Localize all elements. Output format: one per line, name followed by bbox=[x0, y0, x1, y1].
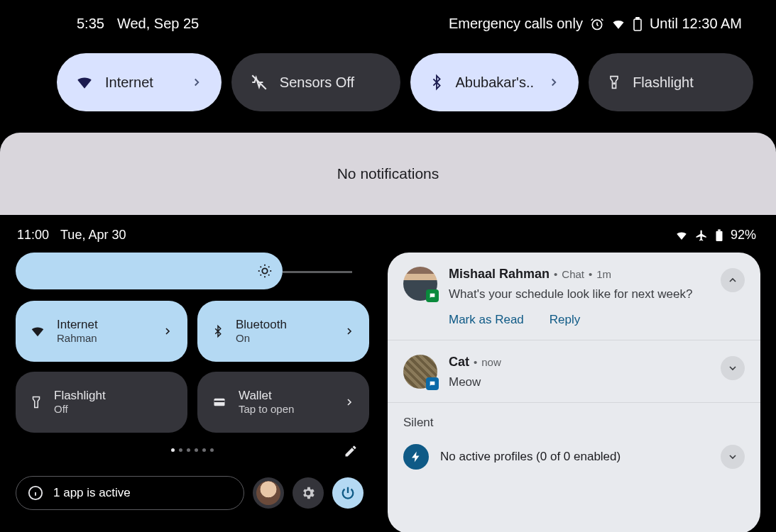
tile-flashlight[interactable]: Flashlight Off bbox=[16, 372, 187, 433]
pager-dot[interactable] bbox=[179, 448, 182, 452]
status-bar-top: 5:35 Wed, Sep 25 Emergency calls only Un… bbox=[0, 0, 776, 32]
alarm-icon bbox=[590, 17, 604, 31]
notification-time: now bbox=[481, 356, 501, 368]
profiles-row[interactable]: No active profiles (0 of 0 enabled) bbox=[388, 436, 760, 478]
chevron-right-icon bbox=[344, 397, 355, 408]
notification-sender: Cat bbox=[449, 355, 469, 370]
flashlight-icon bbox=[30, 394, 43, 410]
svg-point-6 bbox=[262, 268, 267, 273]
qs-tile-label: Sensors Off bbox=[280, 74, 354, 91]
pager-dot[interactable] bbox=[195, 448, 198, 452]
wallet-icon bbox=[212, 396, 227, 409]
pager-dot[interactable] bbox=[202, 448, 206, 452]
chevron-down-icon bbox=[727, 451, 738, 462]
chevron-right-icon bbox=[344, 326, 355, 337]
edit-icon[interactable] bbox=[344, 444, 358, 458]
brightness-icon bbox=[257, 263, 273, 279]
notification-item[interactable]: Cat • now Meow bbox=[388, 340, 760, 403]
user-avatar-button[interactable] bbox=[253, 477, 284, 509]
svg-rect-2 bbox=[636, 17, 639, 19]
info-icon bbox=[28, 485, 43, 501]
brightness-track[interactable] bbox=[283, 271, 352, 273]
tile-subtitle: On bbox=[236, 332, 287, 345]
action-reply[interactable]: Reply bbox=[550, 313, 580, 327]
battery-percent: 92% bbox=[731, 228, 756, 243]
bluetooth-icon bbox=[212, 323, 224, 339]
flashlight-icon bbox=[607, 73, 621, 92]
tile-title: Flashlight bbox=[54, 389, 106, 403]
expand-button[interactable] bbox=[721, 445, 745, 469]
active-apps-label: 1 app is active bbox=[53, 486, 131, 500]
chevron-right-icon bbox=[162, 326, 173, 337]
gear-icon bbox=[300, 485, 316, 501]
battery-outline-icon bbox=[633, 17, 643, 31]
settings-button[interactable] bbox=[293, 477, 324, 509]
clock: 11:00 bbox=[17, 228, 49, 243]
avatar bbox=[403, 355, 437, 389]
tile-title: Internet bbox=[57, 318, 98, 332]
active-apps-chip[interactable]: 1 app is active bbox=[16, 476, 244, 510]
chevron-up-icon bbox=[727, 275, 738, 286]
pager-dot[interactable] bbox=[171, 448, 175, 452]
notification-panel: Mishaal Rahman • Chat • 1m What's your s… bbox=[388, 253, 760, 532]
pager-dot[interactable] bbox=[210, 448, 214, 452]
qs-tile-label: Internet bbox=[105, 74, 153, 91]
svg-point-3 bbox=[613, 83, 615, 84]
battery-icon bbox=[715, 229, 723, 242]
until-text: Until 12:30 AM bbox=[650, 16, 742, 32]
wifi-icon bbox=[30, 323, 45, 339]
avatar-icon bbox=[256, 481, 280, 505]
svg-rect-4 bbox=[716, 231, 722, 240]
svg-rect-5 bbox=[718, 229, 721, 231]
notification-message: Meow bbox=[449, 375, 745, 389]
brightness-slider[interactable] bbox=[16, 253, 283, 289]
svg-rect-1 bbox=[634, 19, 641, 31]
power-button[interactable] bbox=[332, 477, 364, 509]
no-notifications-text: No notifications bbox=[337, 165, 439, 182]
tile-bluetooth[interactable]: Bluetooth On bbox=[197, 301, 369, 362]
profiles-icon bbox=[403, 444, 429, 470]
expand-button[interactable] bbox=[721, 356, 745, 380]
qs-tile-label: Flashlight bbox=[633, 74, 694, 91]
pager-dot[interactable] bbox=[187, 448, 190, 452]
quick-settings-row: Internet Sensors Off Abubakar's.. Flashl… bbox=[0, 32, 776, 111]
bluetooth-icon bbox=[429, 73, 444, 92]
action-mark-read[interactable]: Mark as Read bbox=[449, 313, 524, 327]
wifi-icon bbox=[675, 229, 688, 242]
tile-title: Wallet bbox=[239, 389, 294, 403]
tile-title: Bluetooth bbox=[236, 318, 287, 332]
profiles-text: No active profiles (0 of 0 enabled) bbox=[440, 450, 621, 464]
power-icon bbox=[340, 485, 356, 501]
notification-time: 1m bbox=[596, 268, 611, 280]
silent-section-header: Silent bbox=[388, 403, 760, 436]
status-bar-bottom: 11:00 Tue, Apr 30 92% bbox=[16, 215, 760, 253]
page-indicator bbox=[16, 448, 369, 452]
notification-message: What's your schedule look like for next … bbox=[449, 287, 745, 301]
qs-tile-label: Abubakar's.. bbox=[456, 74, 535, 91]
notification-app: Chat bbox=[562, 268, 584, 280]
app-badge-messages-icon bbox=[426, 377, 439, 390]
qs-tile-flashlight[interactable]: Flashlight bbox=[589, 53, 753, 111]
chevron-right-icon bbox=[190, 76, 203, 89]
qs-tile-internet[interactable]: Internet bbox=[57, 53, 222, 111]
app-badge-chat-icon bbox=[426, 289, 439, 302]
sensors-off-icon bbox=[250, 73, 268, 92]
qs-tile-sensors[interactable]: Sensors Off bbox=[231, 53, 400, 111]
notification-item[interactable]: Mishaal Rahman • Chat • 1m What's your s… bbox=[388, 253, 760, 340]
wifi-icon bbox=[75, 73, 94, 92]
qs-tile-bluetooth[interactable]: Abubakar's.. bbox=[410, 53, 579, 111]
wifi-icon bbox=[611, 17, 625, 31]
date: Wed, Sep 25 bbox=[117, 16, 199, 32]
notification-sender: Mishaal Rahman bbox=[449, 267, 550, 282]
tile-subtitle: Rahman bbox=[57, 332, 98, 345]
tile-internet[interactable]: Internet Rahman bbox=[16, 301, 187, 362]
svg-rect-8 bbox=[214, 401, 225, 402]
chevron-right-icon bbox=[547, 76, 560, 89]
chevron-down-icon bbox=[727, 362, 738, 374]
tile-wallet[interactable]: Wallet Tap to open bbox=[197, 372, 369, 433]
collapse-button[interactable] bbox=[721, 268, 745, 292]
date: Tue, Apr 30 bbox=[60, 228, 126, 243]
tile-subtitle: Tap to open bbox=[239, 403, 294, 416]
tile-subtitle: Off bbox=[54, 403, 106, 416]
avatar bbox=[403, 267, 437, 301]
